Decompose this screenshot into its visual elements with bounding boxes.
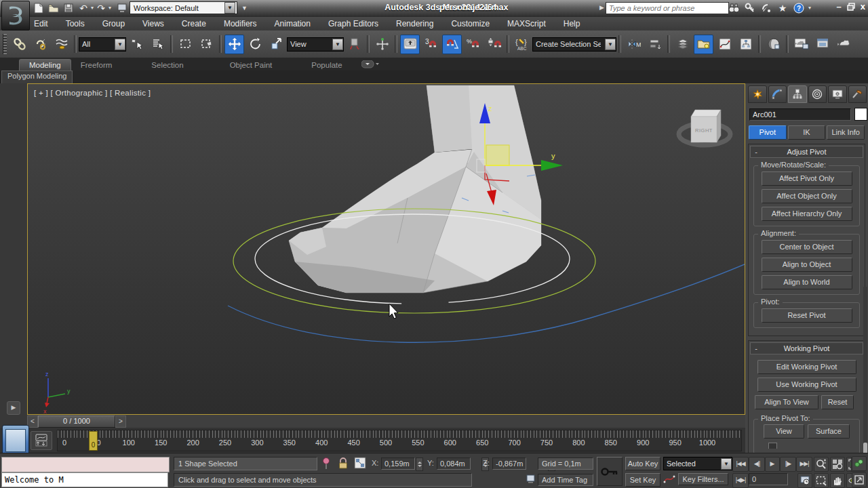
affect-hierarchy-only-button[interactable]: Affect Hierarchy Only — [762, 207, 852, 221]
time-slider-next-button[interactable]: > — [115, 415, 126, 428]
utilities-tab-icon[interactable] — [848, 85, 867, 103]
menu-group[interactable]: Group — [102, 19, 125, 28]
toolbar-overflow-arrow[interactable]: ▶ — [599, 4, 604, 11]
create-tab-icon[interactable] — [748, 85, 767, 103]
restore-button[interactable] — [847, 1, 855, 12]
working-pivot-rollout-header[interactable]: - Working Pivot — [750, 342, 863, 354]
menu-graph-editors[interactable]: Graph Editors — [328, 19, 378, 28]
render-production-icon[interactable] — [833, 35, 853, 54]
pan-hand-icon[interactable] — [830, 473, 845, 488]
zoom-all-icon[interactable] — [830, 457, 845, 472]
working-pivot-reset-button[interactable]: Reset — [821, 395, 854, 409]
application-menu-button[interactable] — [1, 1, 30, 30]
default-in-out-tangents-icon[interactable] — [663, 474, 675, 485]
selection-set-arrow[interactable]: ▼ — [605, 39, 616, 50]
use-working-pivot-button[interactable]: Use Working Pivot — [757, 378, 856, 392]
absolute-offset-mode-icon[interactable] — [354, 457, 366, 469]
quick-access-flyout-icon[interactable]: ▼ — [241, 5, 248, 12]
spinner-snap-toggle-icon[interactable] — [484, 35, 504, 54]
object-color-swatch[interactable] — [854, 108, 867, 121]
communication-center-icon[interactable] — [760, 1, 773, 15]
help-dropdown-arrow[interactable]: ▾ — [808, 1, 811, 15]
align-to-object-button[interactable]: Align to Object — [762, 258, 852, 272]
add-time-tag-field[interactable]: Add Time Tag — [538, 474, 593, 486]
ribbon-tab-modeling[interactable]: Modeling — [19, 59, 71, 70]
maximize-viewport-toggle-icon[interactable] — [852, 472, 867, 487]
previous-frame-button[interactable]: ◀|| — [749, 457, 765, 472]
material-editor-icon[interactable] — [764, 35, 783, 54]
ribbon-minimize-icon[interactable] — [361, 60, 379, 68]
schematic-view-icon[interactable] — [736, 35, 755, 54]
select-and-rotate-icon[interactable] — [245, 35, 265, 54]
menu-customize[interactable]: Customize — [451, 19, 490, 28]
menu-help[interactable]: Help — [564, 19, 580, 28]
x-coord-field[interactable]: 0,159m — [381, 458, 415, 470]
set-keys-button[interactable] — [597, 457, 623, 486]
favorites-star-icon[interactable]: ★ — [776, 1, 789, 15]
adjust-pivot-rollout-header[interactable]: - Adjust Pivot — [750, 146, 863, 158]
display-tab-icon[interactable] — [828, 85, 847, 103]
save-file-icon[interactable] — [62, 2, 75, 14]
command-panel-scrollbar[interactable] — [863, 287, 867, 453]
align-to-view-checkbox[interactable] — [768, 443, 777, 449]
y-coord-field[interactable]: 0,084m — [437, 458, 471, 470]
key-mode-dropdown[interactable]: Selected ▼ — [663, 457, 732, 470]
rendered-frame-window-icon[interactable] — [812, 35, 832, 54]
ribbon-tab-freeform[interactable]: Freeform — [71, 60, 122, 70]
viewport-label[interactable]: [ + ] [ Orthographic ] [ Realistic ] — [34, 89, 151, 97]
menu-edit[interactable]: Edit — [34, 19, 48, 28]
unlink-selection-icon[interactable] — [31, 35, 50, 54]
minimize-button[interactable]: – — [837, 1, 842, 12]
link-info-mode-button[interactable]: Link Info — [827, 125, 865, 140]
scene-explorer-icon[interactable] — [694, 35, 713, 54]
search-input[interactable] — [606, 2, 729, 14]
current-frame-field[interactable]: 0 — [749, 473, 788, 485]
gizmo-xy-plane-handle[interactable] — [486, 145, 509, 165]
play-button[interactable]: ▶ — [765, 457, 780, 472]
reset-pivot-button[interactable]: Reset Pivot — [762, 308, 852, 323]
edit-working-pivot-button[interactable]: Edit Working Pivot — [757, 360, 856, 374]
named-selection-set-dropdown[interactable]: Create Selection Set ▼ — [532, 37, 616, 52]
modify-tab-icon[interactable] — [768, 85, 787, 103]
search-binoculars-icon[interactable] — [727, 1, 741, 15]
set-key-button[interactable]: Set Key — [625, 473, 660, 487]
select-and-move-icon[interactable] — [224, 35, 244, 54]
ribbon-tab-object-paint[interactable]: Object Paint — [220, 60, 282, 70]
percent-snap-toggle-icon[interactable]: % — [463, 35, 483, 54]
open-file-icon[interactable] — [47, 2, 60, 14]
next-frame-button[interactable]: ||▶ — [780, 457, 796, 472]
align-to-world-button[interactable]: Align to World — [762, 275, 852, 289]
collapse-icon[interactable]: - — [751, 148, 762, 156]
coord-system-arrow[interactable]: ▼ — [332, 39, 343, 50]
window-crossing-icon[interactable] — [197, 35, 216, 54]
workspace-dropdown[interactable]: Workspace: Default ▼ — [130, 1, 237, 14]
timeline-ruler[interactable]: 0501001502002503003504004505005506006507… — [57, 430, 742, 451]
x-spinner[interactable] — [416, 458, 423, 471]
hierarchy-tab-icon[interactable] — [788, 85, 807, 103]
close-button[interactable]: x — [861, 1, 865, 12]
use-pivot-point-center-icon[interactable] — [344, 35, 364, 54]
rectangular-selection-region-icon[interactable] — [176, 35, 195, 54]
bind-to-space-warp-icon[interactable] — [52, 35, 71, 54]
select-and-scale-icon[interactable] — [267, 35, 286, 54]
help-icon[interactable]: ? — [792, 1, 806, 15]
place-pivot-surface-button[interactable]: Surface — [808, 424, 850, 439]
undo-icon[interactable]: ↶ — [77, 2, 90, 14]
selection-filter-arrow[interactable]: ▼ — [115, 39, 125, 50]
new-scene-icon[interactable] — [32, 2, 45, 14]
time-tag-icon[interactable] — [526, 474, 536, 484]
object-name-field[interactable] — [749, 108, 851, 121]
zoom-region-icon[interactable] — [814, 473, 829, 488]
viewcube[interactable]: RIGHT — [679, 110, 730, 145]
ik-mode-button[interactable]: IK — [788, 125, 826, 140]
project-workspace-icon[interactable] — [115, 2, 129, 14]
go-to-end-button[interactable]: ▶▶| — [796, 457, 812, 472]
gizmo-y-arrowhead[interactable] — [541, 160, 563, 171]
zoom-extents-all-icon[interactable] — [852, 456, 867, 471]
collapse-icon[interactable]: - — [751, 344, 762, 352]
menu-tools[interactable]: Tools — [66, 19, 85, 28]
affect-pivot-only-button[interactable]: Affect Pivot Only — [762, 171, 852, 186]
menu-animation[interactable]: Animation — [275, 19, 311, 28]
isolate-selection-pin-icon[interactable] — [321, 458, 331, 470]
affect-object-only-button[interactable]: Affect Object Only — [762, 189, 852, 203]
